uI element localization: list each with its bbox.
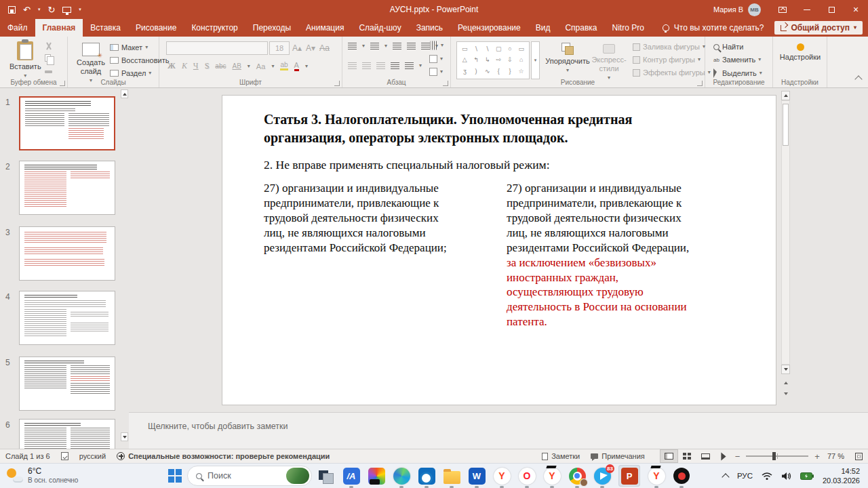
clock[interactable]: 14:5220.03.2026 (823, 466, 860, 486)
shape-fill-button[interactable]: Заливка фигуры▾ (633, 43, 705, 51)
new-slide-button[interactable]: Создать слайд ▾ (73, 43, 108, 83)
notes-toggle-button[interactable]: Заметки (536, 449, 585, 463)
search-box[interactable]: Поиск (187, 466, 312, 486)
restore-button[interactable] (819, 0, 844, 19)
tell-me-box[interactable]: Что вы хотите сделать? (663, 19, 764, 37)
battery-icon[interactable] (800, 472, 814, 480)
task-view-button[interactable] (317, 467, 335, 485)
rounded-rect-shape-icon[interactable]: ▭ (518, 46, 524, 52)
slide-counter[interactable]: Слайд 1 из 6 (0, 449, 56, 463)
start-button[interactable] (168, 469, 182, 483)
font-dialog-launcher-icon[interactable] (334, 81, 340, 86)
elbow-arrow-icon[interactable]: ↳ (485, 57, 490, 63)
scroll-down-icon[interactable] (781, 365, 790, 374)
find-button[interactable]: Найти (713, 43, 743, 51)
thumbnail-selected[interactable] (19, 96, 115, 150)
user-name[interactable]: Мария В (713, 5, 743, 14)
arc-shape-icon[interactable]: ) (475, 68, 477, 75)
curve-shape-icon[interactable]: ∿ (485, 68, 490, 75)
tab-draw[interactable]: Рисование (128, 19, 184, 37)
decrease-font-size-button[interactable]: А▾ (304, 43, 317, 53)
photos-app-button[interactable] (368, 467, 385, 485)
save-icon[interactable] (8, 6, 16, 14)
highlight-color-button[interactable]: ab (280, 62, 288, 70)
notes-pane[interactable]: Щелкните, чтобы добавить заметки (129, 412, 868, 449)
select-button[interactable]: Выделить▾ (713, 68, 762, 78)
down-arrow-shape-icon[interactable]: ⇩ (507, 57, 513, 63)
scroll-up-icon[interactable] (781, 91, 790, 100)
zoom-slider-thumb[interactable] (772, 452, 776, 460)
increase-font-size-button[interactable]: А▴ (291, 43, 303, 53)
tab-animations[interactable]: Анимация (298, 19, 351, 37)
slide-intro-text[interactable]: 2. Не вправе применять специальный налог… (264, 158, 550, 172)
avatar[interactable]: МВ (748, 3, 761, 16)
tab-record[interactable]: Запись (409, 19, 450, 37)
slideshow-view-button[interactable] (715, 449, 733, 463)
tab-file[interactable]: Файл (0, 19, 35, 37)
line-shape-icon[interactable]: ∖ (474, 46, 478, 52)
font-size-combobox[interactable]: 18 (269, 41, 290, 55)
reading-view-button[interactable] (696, 449, 715, 463)
chrome-button[interactable] (568, 467, 586, 485)
edge-button[interactable] (393, 467, 410, 485)
language-button[interactable]: русский (74, 449, 111, 463)
columns-icon[interactable] (405, 62, 414, 69)
align-left-icon[interactable] (348, 62, 357, 69)
shapes-gallery[interactable]: ▭∖∖▢○▭ △↰↳⇨⇩⌂ ʒ)∿{}☆ (456, 41, 530, 79)
previous-slide-icon[interactable] (781, 378, 790, 388)
slide-left-column[interactable]: 27) организации и индивидуальные предпри… (264, 181, 447, 256)
zoom-in-button[interactable]: + (812, 451, 822, 462)
text-direction-icon[interactable] (431, 41, 437, 50)
align-center-icon[interactable] (362, 62, 371, 69)
customize-qat-icon[interactable]: ▾ (79, 7, 81, 12)
font-color-button[interactable]: А (294, 62, 299, 71)
rectangle-shape-icon[interactable]: ▭ (462, 46, 468, 52)
accessibility-checker[interactable]: Специальные возможности: проверьте реком… (111, 449, 335, 463)
undo-icon[interactable]: ↶ (23, 5, 31, 14)
scrollbar-thumb[interactable] (783, 104, 789, 146)
elbow-connector-icon[interactable]: ↰ (473, 57, 479, 63)
opera-button[interactable]: O (518, 467, 536, 485)
clipboard-dialog-launcher-icon[interactable] (60, 81, 65, 86)
left-brace-shape-icon[interactable]: { (498, 68, 500, 75)
tab-review[interactable]: Рецензирование (450, 19, 528, 37)
weather-widget[interactable]: 6°CВ осн. солнечно (0, 466, 163, 485)
justify-icon[interactable] (391, 62, 399, 69)
powerpoint-button[interactable]: P (618, 465, 640, 487)
scrollbar-track[interactable] (781, 100, 790, 365)
square-shape-icon[interactable]: ▢ (496, 46, 502, 52)
text-shadow-button[interactable]: S (205, 61, 210, 71)
keyboard-language[interactable]: РУС (737, 472, 753, 480)
paragraph-dialog-launcher-icon[interactable] (443, 81, 448, 86)
oval-shape-icon[interactable]: ○ (508, 46, 511, 52)
spellcheck-button[interactable] (56, 449, 74, 463)
tab-transitions[interactable]: Переходы (245, 19, 298, 37)
search-highlight-image[interactable] (286, 468, 309, 484)
tab-view[interactable]: Вид (528, 19, 558, 37)
arrange-button[interactable]: Упорядочить ▾ (546, 43, 589, 73)
cut-button[interactable] (45, 42, 53, 50)
comments-toggle-button[interactable]: Примечания (585, 449, 650, 463)
paste-button[interactable]: Вставить ▾ (9, 41, 41, 79)
redo-icon[interactable]: ↻ (47, 5, 55, 14)
underline-button[interactable]: Ч (193, 61, 199, 71)
word-button[interactable]: W (468, 467, 486, 485)
slide-right-column[interactable]: 27) организации и индивидуальные предпри… (507, 181, 689, 329)
zoom-out-button[interactable]: − (733, 451, 743, 462)
yandex-browser-button[interactable]: Y (493, 467, 511, 485)
clear-formatting-button[interactable]: Аа (318, 43, 331, 53)
right-arrow-shape-icon[interactable]: ⇨ (496, 57, 502, 63)
zoom-level[interactable]: 77 % (822, 449, 850, 463)
yandex-edu2-button[interactable]: Y (648, 467, 665, 485)
fit-to-window-button[interactable] (850, 449, 868, 463)
font-name-combobox[interactable] (166, 41, 268, 55)
bold-button[interactable]: Ж (167, 61, 176, 71)
tab-insert[interactable]: Вставка (83, 19, 128, 37)
tab-nitro-pro[interactable]: Nitro Pro (605, 19, 652, 37)
minimize-button[interactable] (795, 0, 819, 19)
bullets-icon[interactable] (348, 43, 357, 49)
slide-scrollbar[interactable] (781, 91, 790, 409)
character-spacing-button[interactable]: АВ (232, 62, 241, 70)
telegram-button[interactable]: 83 (593, 467, 611, 485)
outlook-button[interactable] (418, 467, 435, 485)
